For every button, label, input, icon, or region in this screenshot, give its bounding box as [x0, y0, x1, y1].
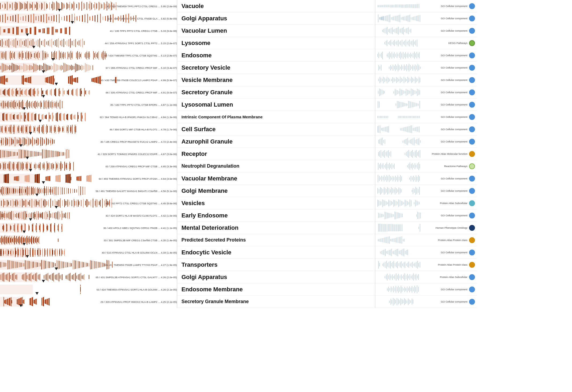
bar-tick — [46, 101, 46, 108]
triangle-marker — [19, 304, 23, 307]
term-row: Intrinsic Component Of Plasma Membrane — [177, 111, 375, 123]
bar-tick — [76, 4, 77, 8]
bar-tick — [87, 14, 88, 23]
source-tick — [418, 162, 419, 170]
bar-row: 66 / 335 ATP6V0A1 CTSL CREG1 PRCP MIF ..… — [0, 86, 177, 99]
bar-tick — [67, 91, 68, 94]
bar-tick — [24, 299, 24, 304]
source-tick — [392, 224, 392, 231]
bar-tick — [57, 151, 57, 157]
source-tick — [387, 288, 388, 291]
source-tick — [407, 138, 408, 145]
source-tick — [392, 300, 392, 304]
bar-tick — [81, 52, 81, 58]
bar-tick — [67, 199, 68, 207]
bar-tick — [17, 41, 18, 45]
bar-tick — [70, 125, 71, 133]
source-tick — [382, 52, 383, 59]
source-tick — [379, 89, 380, 96]
source-tick — [410, 91, 410, 94]
bar-tick — [17, 140, 17, 144]
bar-tick — [66, 16, 67, 21]
source-tick — [392, 163, 392, 169]
category-dot — [469, 102, 475, 108]
bar-tick — [98, 77, 98, 83]
bar-tick — [97, 15, 98, 22]
bar-tick — [60, 66, 61, 69]
source-tick — [408, 202, 409, 205]
source-tick — [414, 202, 414, 204]
bar-row: 88 / 392 PPT2 CTSL CREG1 CTSB SQSTM1 ...… — [0, 197, 177, 209]
bar-tick — [59, 51, 60, 60]
source-tick — [381, 176, 382, 181]
source-tick — [399, 177, 399, 180]
bar-tick — [53, 273, 54, 281]
bar-tick — [105, 199, 106, 207]
bar-tick — [31, 54, 32, 57]
bar-tick — [43, 164, 43, 168]
bar-tick — [27, 125, 28, 134]
source-tick — [386, 16, 387, 21]
bar-tick — [72, 4, 73, 8]
source-tick — [389, 301, 390, 303]
source-tick — [415, 77, 415, 83]
bar-tick — [92, 65, 93, 70]
bar-tick — [46, 150, 47, 158]
bar-tick — [26, 200, 27, 207]
source-tick — [383, 163, 383, 169]
source-tick — [398, 5, 398, 7]
bar-tick — [7, 174, 8, 183]
bar-tick — [55, 162, 56, 171]
bar-tick — [9, 188, 10, 193]
bar-tick — [50, 189, 50, 193]
source-tick — [377, 126, 378, 133]
source-tick — [413, 53, 413, 58]
term-row: Neutrophil Degranulation — [177, 160, 375, 172]
bar-tick — [28, 202, 29, 205]
source-tick — [416, 78, 417, 82]
bar-tick — [32, 297, 33, 306]
bar-tick — [35, 140, 35, 144]
bar-tick — [101, 76, 101, 84]
source-tick — [403, 141, 403, 143]
row-label: 40 / 510 ATP6V0A1 CTSL HLA-B GOLIM4 OCLN… — [102, 251, 177, 254]
bar-tick — [65, 152, 65, 156]
bar-tick — [79, 40, 79, 46]
source-tick — [402, 53, 402, 58]
term-row: Early Endosome — [177, 209, 375, 222]
source-tick — [407, 274, 408, 280]
source-tick — [385, 224, 386, 232]
bar-tick — [35, 175, 35, 183]
bar-tick — [34, 236, 34, 244]
bar-tick — [81, 176, 81, 181]
source-row: Protein Atlas Subcellular — [375, 271, 477, 283]
bar-tick — [79, 3, 80, 9]
source-tick — [403, 27, 404, 35]
term-row: Receptor — [177, 148, 375, 160]
bar-tick — [62, 28, 62, 33]
source-tick — [384, 187, 384, 195]
bar-tick — [54, 2, 54, 10]
source-tick — [378, 5, 378, 7]
source-tick — [397, 298, 397, 305]
source-tick — [418, 175, 419, 182]
source-tick — [408, 164, 409, 168]
bar-tick — [85, 14, 85, 22]
term-name: Neutrophil Degranulation — [181, 163, 239, 169]
bar-tick — [3, 162, 3, 170]
bar-tick — [34, 274, 35, 280]
source-tick — [393, 16, 394, 20]
source-tick — [380, 17, 380, 20]
bar-tick — [115, 17, 116, 20]
source-tick — [396, 238, 397, 243]
bar-tick — [86, 90, 86, 95]
bar-tick — [27, 65, 28, 70]
source-tick — [388, 213, 389, 218]
bar-row: 62 / 364 TENM3 HLA-B IFNGR1 PI4K2A SLC38… — [0, 111, 177, 123]
source-tick — [397, 52, 397, 58]
source-tick — [382, 214, 382, 217]
bar-tick — [30, 273, 31, 281]
bar-tick — [63, 52, 64, 59]
source-tick — [386, 28, 387, 34]
source-tick — [410, 79, 410, 81]
